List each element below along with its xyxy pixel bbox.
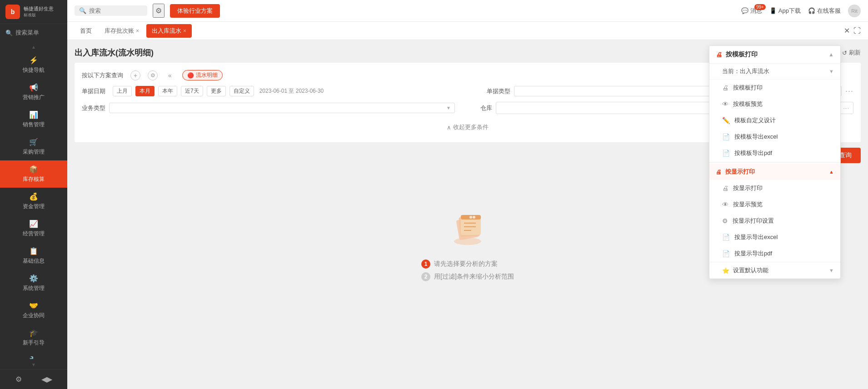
sidebar-item-purchase[interactable]: 🛒 采购管理: [0, 133, 67, 160]
sidebar-item-marketing[interactable]: 📢 营销推广: [0, 79, 67, 106]
collapse-sidebar-icon[interactable]: ◀▶: [41, 375, 52, 384]
sidebar-nav: ⚡ 快捷导航 📢 营销推广 📊 销售管理 🛒 采购管理 📦 库存核算 💰 资金管…: [0, 51, 67, 359]
marketing-icon: 📢: [29, 83, 38, 92]
header-search-input[interactable]: [89, 7, 135, 14]
set-default-arrow: ▼: [829, 268, 834, 273]
enterprise-icon: 🤝: [29, 301, 38, 310]
trial-btn[interactable]: 体验行业方案: [170, 4, 220, 18]
dropdown-section-display[interactable]: 🖨 按显示打印 ▲: [709, 164, 840, 180]
message-icon: 💬: [741, 7, 748, 14]
date-btn-more[interactable]: 更多: [207, 86, 226, 96]
template-preview-icon: 👁: [722, 100, 728, 108]
message-action[interactable]: 💬 消息 99+: [741, 7, 762, 15]
template-pdf-label: 按模板导出pdf: [734, 149, 772, 157]
tab-home-label: 首页: [80, 27, 92, 35]
settings-bottom-icon[interactable]: ⚙: [15, 375, 22, 384]
dropdown-current-arrow: ▼: [829, 69, 834, 74]
collapse-btn-label: 收起更多条件: [453, 123, 489, 131]
display-settings-icon: ⚙: [722, 217, 728, 224]
top-header: 🔍 ⚙ 体验行业方案 💬 消息 99+ 📱 App下载 🎧 在线客服 Rit: [67, 0, 868, 22]
date-btn-this-month[interactable]: 本月: [135, 86, 155, 96]
base-info-icon: 📋: [29, 247, 38, 255]
dropdown-item-display-print-settings[interactable]: ⚙ 按显示打印设置: [709, 213, 840, 229]
dropdown-item-display-pdf[interactable]: 📄 按显示导出pdf: [709, 245, 840, 262]
sidebar-item-inventory[interactable]: 📦 库存核算: [0, 160, 67, 188]
sidebar-item-label: 销售管理: [23, 121, 45, 129]
sidebar-item-app-center[interactable]: 🔧 应用中心: [0, 351, 67, 359]
sidebar-item-guide[interactable]: 🎓 新手引导: [0, 324, 67, 351]
sidebar-search[interactable]: 🔍 搜索菜单: [0, 24, 67, 41]
sidebar: b 畅捷通好生意 标准版 🔍 搜索菜单 ▲ ⚡ 快捷导航 📢 营销推广 📊 销售…: [0, 0, 67, 389]
sidebar-item-base-info[interactable]: 📋 基础信息: [0, 242, 67, 269]
display-pdf-label: 按显示导出pdf: [734, 249, 772, 258]
date-btn-this-year[interactable]: 本年: [158, 86, 177, 96]
empty-illustration: [445, 205, 490, 250]
dropdown-print-icon: 🖨: [716, 51, 722, 58]
sidebar-item-system[interactable]: ⚙️ 系统管理: [0, 269, 67, 297]
window-max-btn[interactable]: ⛶: [853, 27, 861, 35]
sidebar-item-finance[interactable]: 💰 资金管理: [0, 188, 67, 215]
header-search-icon: 🔍: [79, 7, 86, 14]
display-excel-label: 按显示导出excel: [734, 233, 778, 241]
sidebar-item-enterprise[interactable]: 🤝 企业协同: [0, 297, 67, 324]
date-btn-last-month[interactable]: 上月: [113, 86, 132, 96]
app-name: 畅捷通好生意: [24, 5, 54, 12]
sidebar-item-operations[interactable]: 📈 经营管理: [0, 215, 67, 242]
doc-type-more-btn[interactable]: ···: [845, 86, 853, 96]
purchase-icon: 🛒: [29, 138, 38, 146]
refresh-btn[interactable]: ↺ 刷新: [842, 49, 861, 57]
tab-warehouse-flow-label: 出入库流水: [152, 27, 181, 35]
header-gear-button[interactable]: ⚙: [153, 4, 165, 18]
finance-icon: 💰: [29, 192, 38, 201]
online-service-action[interactable]: 🎧 在线客服: [808, 7, 841, 15]
template-preview-label: 按模板预览: [733, 100, 763, 108]
user-avatar[interactable]: Rit: [848, 5, 861, 17]
message-badge: 99+: [754, 4, 766, 10]
dropdown-item-display-preview[interactable]: 👁 按显示预览: [709, 196, 840, 213]
tab-home[interactable]: 首页: [75, 24, 97, 38]
header-search-bar[interactable]: 🔍: [75, 5, 147, 16]
window-close-btn[interactable]: ✕: [844, 26, 850, 35]
date-label: 单据日期: [82, 87, 105, 95]
filter-add-btn[interactable]: +: [130, 70, 140, 80]
sidebar-item-sales[interactable]: 📊 销售管理: [0, 106, 67, 133]
page-title: 出入库流水(流水明细): [75, 47, 154, 58]
dropdown-item-display-print[interactable]: 🖨 按显示打印: [709, 180, 840, 196]
sidebar-item-quick-nav[interactable]: ⚡ 快捷导航: [0, 51, 67, 79]
dropdown-collapse-icon[interactable]: ▲: [828, 51, 834, 58]
tab-warehouse-flow-close[interactable]: ×: [183, 28, 186, 34]
dropdown-item-template-custom[interactable]: ✏️ 模板自定义设计: [709, 112, 840, 129]
dropdown-current-label: 当前：出入库流水: [722, 67, 769, 75]
display-section-icon: 🖨: [716, 169, 722, 175]
biz-type-select[interactable]: ▼: [109, 103, 455, 113]
dropdown-item-template-print[interactable]: 🖨 按模板打印: [709, 80, 840, 96]
dropdown-divider: [709, 162, 840, 163]
filter-settings-icon-btn[interactable]: ⚙: [148, 70, 158, 80]
filter-label: 按以下方案查询: [82, 71, 123, 80]
app-download-action[interactable]: 📱 App下载: [769, 7, 801, 15]
sidebar-item-label: 库存核算: [23, 175, 45, 183]
dropdown-item-display-excel[interactable]: 📄 按显示导出excel: [709, 229, 840, 245]
template-excel-icon: 📄: [722, 133, 730, 140]
date-btn-custom[interactable]: 自定义: [229, 86, 254, 96]
dropdown-footer-default[interactable]: ⭐ 设置默认功能 ▼: [709, 262, 840, 279]
dropdown-item-template-excel[interactable]: 📄 按模板导出excel: [709, 129, 840, 145]
dropdown-item-template-preview[interactable]: 👁 按模板预览: [709, 96, 840, 112]
doc-type-label: 单据类型: [487, 87, 510, 95]
app-download-icon: 📱: [769, 7, 777, 14]
tab-warehouse-flow[interactable]: 出入库流水 ×: [146, 24, 192, 38]
tab-inventory-batch-label: 库存批次账: [105, 27, 134, 35]
dropdown-header: 🖨 按模板打印 ▲: [709, 46, 840, 64]
warehouse-more-btn[interactable]: ···: [843, 105, 849, 111]
tab-inventory-batch-close[interactable]: ×: [136, 28, 139, 34]
template-excel-label: 按模板导出excel: [734, 133, 778, 141]
template-custom-icon: ✏️: [722, 117, 730, 124]
print-dropdown-panel: 🖨 按模板打印 ▲ 当前：出入库流水 ▼ 🖨 按模板打印 👁 按模板预览 ✏️ …: [709, 45, 841, 279]
svg-point-6: [473, 216, 475, 219]
tab-inventory-batch[interactable]: 库存批次账 ×: [99, 24, 145, 38]
filter-collapse-btn[interactable]: «: [165, 70, 175, 80]
date-btn-last-7days[interactable]: 近7天: [181, 86, 203, 96]
dropdown-item-template-pdf[interactable]: 📄 按模板导出pdf: [709, 145, 840, 161]
sidebar-item-label: 快捷导航: [23, 66, 45, 74]
refresh-icon: ↺: [842, 50, 847, 56]
